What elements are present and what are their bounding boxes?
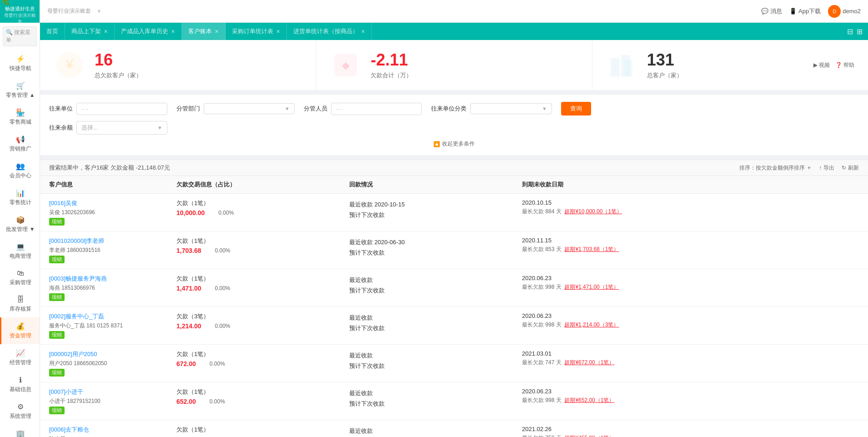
filter-dept-select[interactable]: ▼	[204, 103, 295, 114]
tab-purchase-stats[interactable]: 采购订单统计表 ✕	[226, 23, 287, 40]
collapse-button[interactable]: 🔼 收起更多条件	[49, 140, 859, 148]
tab-product-history[interactable]: 产成品入库单历史 ✕	[115, 23, 182, 40]
sidebar-item-retail-mgmt[interactable]: 🛒 零售管理 ▲	[0, 77, 40, 104]
sidebar-item-enterprise[interactable]: 🏢 企业协同	[0, 425, 40, 437]
tab-product-list[interactable]: 商品上下架 ✕	[65, 23, 115, 40]
overdue-link-0006[interactable]: 超期¥455.90（1笔）	[564, 435, 614, 437]
customer-info-0002: [0002]服务中心_丁磊 服务中心_丁磊 181 0125 8371 现销	[49, 312, 176, 339]
tab-home[interactable]: 首页	[40, 23, 65, 40]
sidebar-item-operations[interactable]: 📈 经营管理	[0, 344, 40, 371]
tab-minimize-icon[interactable]: ⊟	[847, 27, 853, 36]
debt-count-0007: 欠款（1笔）	[176, 388, 349, 396]
next-collection-000002: 预计下次收款	[349, 361, 522, 371]
customer-name-0002[interactable]: [0002]服务中心_丁磊	[49, 312, 176, 321]
svg-rect-6	[624, 60, 632, 76]
tab-customer-account[interactable]: 客户账本 ✕	[182, 23, 226, 40]
top-bar: 母婴行业演示账套 ▼ 💬 消息 📱 App下载 D demo2	[40, 0, 868, 23]
stat-icon-total	[606, 49, 638, 81]
export-button[interactable]: ↑ 导出	[819, 164, 834, 172]
tab-purchase-summary[interactable]: 进货单统计表（按商品） ✕	[287, 23, 372, 40]
overdue-link-0016[interactable]: 超期¥10,000.00（1笔）	[564, 208, 622, 215]
sidebar-item-retail-store[interactable]: 🏪 零售商城	[0, 104, 40, 131]
customer-name-0006[interactable]: [0006]去下粮仓	[49, 426, 176, 434]
video-action[interactable]: ▶ 视频	[813, 61, 830, 69]
table-row: [0001020000l]李老师 李老师 18600391516 现销 欠款（1…	[40, 231, 868, 269]
next-collection-0003: 预计下次收款	[349, 285, 522, 296]
tab-purchase-stats-close[interactable]: ✕	[276, 29, 280, 35]
retail-store-icon: 🏪	[3, 108, 38, 117]
sidebar-item-ecommerce[interactable]: 💻 电商管理	[0, 238, 40, 265]
sidebar-item-member[interactable]: 👥 会员中心	[0, 157, 40, 184]
collection-info-0003: 最近收款 预计下次收款	[349, 275, 522, 296]
sidebar-item-label: 经营管理	[10, 359, 31, 366]
overdue-days-0016: 最长欠款 884 天 超期¥10,000.00（1笔）	[522, 208, 859, 216]
last-collection-0003: 最近收款	[349, 275, 522, 285]
sidebar-item-purchase-mgmt[interactable]: 🛍 采购管理	[0, 265, 40, 291]
debt-count-0003: 欠款（1笔）	[176, 275, 349, 283]
debt-percent-000002: 0.00%	[210, 361, 225, 367]
svg-text:◆: ◆	[342, 60, 350, 71]
help-action[interactable]: ❓ 帮助	[835, 61, 854, 69]
overdue-link-0007[interactable]: 超期¥652.00（1笔）	[564, 397, 614, 403]
overdue-date-000002: 2021.03.01	[522, 350, 859, 357]
user-menu[interactable]: D demo2	[828, 5, 861, 18]
filter-unit-input[interactable]: ···	[76, 103, 167, 115]
filter-category-select[interactable]: ▼	[470, 103, 552, 114]
tab-purchase-stats-label: 采购订单统计表	[232, 27, 273, 35]
results-bar: 搜索结果中，客户16家 欠款金额 -21,148.07元 排序：按欠款金额倒序排…	[40, 160, 868, 176]
debt-percent-0007: 0.00%	[210, 398, 225, 405]
debt-row-000002: 672.00 0.00%	[176, 360, 349, 367]
customer-name-0016[interactable]: [0016]吴俊	[49, 199, 176, 207]
overdue-link-0002[interactable]: 超期¥1,214.00（3笔）	[564, 321, 619, 328]
tab-product-list-close[interactable]: ✕	[104, 29, 108, 35]
overdue-link-00010200001[interactable]: 超期¥1,703.68（1笔）	[564, 246, 619, 252]
sidebar-item-retail-stats[interactable]: 📊 零售统计	[0, 184, 40, 211]
username-label: demo2	[843, 8, 861, 15]
sidebar-item-inventory[interactable]: 🗄 库存核算	[0, 291, 40, 317]
last-collection-0002: 最近收款	[349, 312, 522, 323]
tab-maximize-icon[interactable]: ⊞	[857, 27, 863, 36]
message-label: 消息	[770, 7, 782, 15]
customer-name-0003[interactable]: [0003]畅捷服务尹海燕	[49, 275, 176, 283]
customer-tag-0007: 现销	[49, 407, 65, 414]
logo-text: 畅捷通好生意母婴行业演示账套	[2, 5, 38, 25]
tab-purchase-summary-close[interactable]: ✕	[361, 29, 365, 35]
filter-person-input[interactable]: ···	[331, 103, 422, 115]
search-button[interactable]: 查询	[561, 102, 591, 116]
sidebar-item-label: 电商管理	[10, 253, 31, 259]
app-download-button[interactable]: 📱 App下载	[789, 7, 821, 15]
search-menu-button[interactable]: 🔍 搜索菜单	[3, 26, 37, 46]
tab-product-history-close[interactable]: ✕	[171, 29, 175, 35]
quick-nav-icon: ⚡	[3, 55, 38, 63]
overdue-date-00010200001: 2020.11.15	[522, 237, 859, 244]
overdue-link-0003[interactable]: 超期¥1,471.00（1笔）	[564, 284, 619, 290]
filter-balance-select[interactable]: 选择... ▼	[76, 121, 167, 135]
customer-name-000002[interactable]: [000002]用户2050	[49, 350, 176, 358]
sidebar-nav: ⚡ 快捷导航 🛒 零售管理 ▲ 🏪 零售商城 📢 营销推广 👥 会员中心 📊 零…	[0, 50, 40, 437]
overdue-date-0016: 2020.10.15	[522, 199, 859, 206]
tab-customer-account-close[interactable]: ✕	[215, 29, 219, 35]
sidebar-item-batch-mgmt[interactable]: 📦 批发管理 ▼	[0, 211, 40, 238]
sidebar-item-basic-info[interactable]: ℹ 基础信息	[0, 371, 40, 398]
refresh-button[interactable]: ↻ 刷新	[842, 164, 859, 172]
customer-name-0007[interactable]: [0007]小进干	[49, 388, 176, 396]
sort-arrow[interactable]: ▼	[807, 165, 812, 171]
debt-info-0016: 欠款（1笔） 10,000.00 0.00%	[176, 199, 349, 216]
help-icon: ❓	[835, 62, 842, 68]
debt-amount-00010200001: 1,703.68	[176, 247, 201, 254]
overdue-link-000002[interactable]: 超期¥672.00（1笔）	[564, 359, 614, 366]
total-customers-label: 总客户（家）	[647, 71, 682, 80]
customer-name-00010200001[interactable]: [0001020000l]李老师	[49, 237, 176, 245]
sidebar-item-system-mgmt[interactable]: ⚙ 系统管理	[0, 398, 40, 425]
sidebar-item-label: 会员中心	[10, 172, 31, 179]
sidebar-item-label: 营销推广	[10, 146, 31, 152]
sidebar-item-quick-nav[interactable]: ⚡ 快捷导航	[0, 50, 40, 77]
message-button[interactable]: 💬 消息	[761, 7, 782, 15]
overdue-info-0006: 2021.02.26 最长欠款 750 天 超期¥455.90（1笔）	[522, 426, 859, 437]
sidebar-item-finance[interactable]: 💰 资金管理	[0, 317, 40, 344]
collection-info-0006: 最近收款 预计下次收款	[349, 426, 522, 437]
sidebar-item-marketing[interactable]: 📢 营销推广	[0, 131, 40, 157]
debt-info-0003: 欠款（1笔） 1,471.00 0.00%	[176, 275, 349, 292]
operations-icon: 📈	[3, 349, 38, 357]
table-row: [0007]小进干 小进干 18279152100 现销 欠款（1笔） 652.…	[40, 382, 868, 420]
